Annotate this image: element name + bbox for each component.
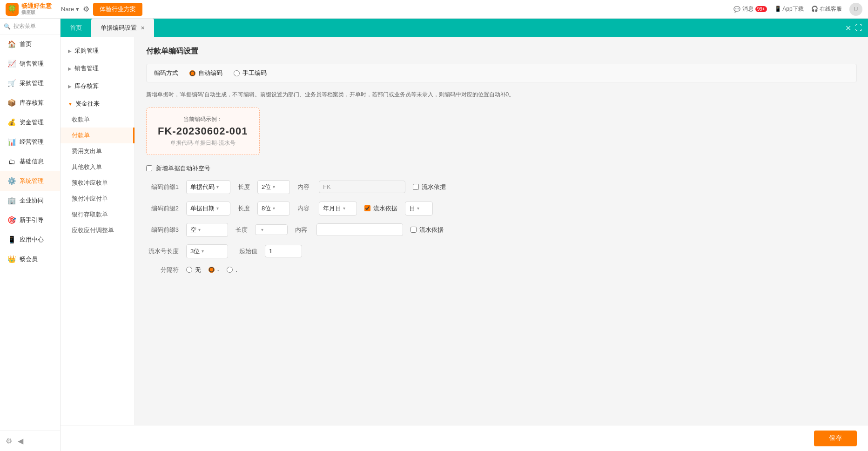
sidebar-item-sales[interactable]: 📈 销售管理 (0, 54, 60, 74)
tab-close-icon[interactable]: ✕ (141, 25, 145, 31)
sidebar-item-operation[interactable]: 📊 经营管理 (0, 132, 60, 152)
logo-icon: 🍀 (6, 3, 19, 16)
length2-label: 长度 (238, 204, 250, 213)
operation-icon: 📊 (7, 138, 16, 146)
enterprise-icon: 🏢 (7, 196, 16, 205)
serial-length-dropdown-arrow: ▾ (202, 249, 204, 254)
sep-none-radio[interactable]: 无 (186, 266, 201, 274)
main-content: 付款单编码设置 编码方式 自动编码 手工编码 新增单据时，'单据编码'自动生成 (135, 37, 868, 425)
example-code: FK-20230602-001 (158, 125, 248, 137)
sep-dot-radio[interactable]: - (209, 266, 219, 273)
sep-dot2-radio-input[interactable] (227, 267, 233, 273)
manual-encode-radio[interactable]: 手工编码 (234, 69, 267, 77)
prefix3-select[interactable]: 空 ▾ (186, 223, 228, 237)
sep-none-radio-input[interactable] (186, 267, 192, 273)
experience-btn[interactable]: 体验行业方案 (93, 3, 142, 16)
prefix2-select[interactable]: 单据日期 ▾ (186, 202, 230, 215)
auto-encode-radio[interactable]: 自动编码 (189, 69, 222, 77)
save-button[interactable]: 保存 (814, 431, 857, 446)
content1-label: 内容 (297, 183, 311, 191)
start-value-input[interactable] (265, 245, 302, 257)
length3-select[interactable]: ▾ (255, 224, 288, 235)
day-dropdown-arrow: ▾ (417, 206, 419, 211)
message-btn[interactable]: 💬 消息 99+ (733, 5, 767, 13)
separator-row: 分隔符 无 - . (146, 266, 857, 274)
sidebar-item-label: 资金管理 (20, 118, 44, 127)
sep-dot2-radio[interactable]: . (227, 266, 237, 273)
minimize-icon[interactable]: ✕ (845, 24, 851, 33)
sidebar-item-finance[interactable]: 💰 资金管理 (0, 113, 60, 132)
info-text: 新增单据时，'单据编码'自动生成，不可编辑。前缀设置为部门、业务员等档案类，开单… (146, 90, 857, 100)
maximize-icon[interactable]: ⛶ (855, 24, 862, 32)
sub-group-fund-title[interactable]: ▼ 资金往来 (61, 96, 135, 112)
serial3-checkbox[interactable] (410, 227, 417, 233)
auto-fill-checkbox[interactable] (146, 165, 152, 171)
collapse-arrow-icon: ▼ (68, 101, 73, 107)
collapse-sidebar-icon[interactable]: ◀ (18, 437, 23, 445)
sub-item-adjustment[interactable]: 应收应付调整单 (61, 222, 135, 238)
sub-item-expense[interactable]: 费用支出单 (61, 143, 135, 159)
sep-dot-radio-input[interactable] (209, 267, 215, 273)
serial1-checkbox[interactable] (413, 184, 419, 190)
sidebar-item-label: 库存核算 (20, 99, 44, 107)
sidebar-item-basic[interactable]: 🗂 基础信息 (0, 152, 60, 171)
brand: 🍀 畅通好生意 插座版 (6, 2, 52, 16)
tab-home[interactable]: 首页 (61, 19, 91, 37)
manual-encode-radio-input[interactable] (234, 70, 240, 76)
sidebar-item-enterprise[interactable]: 🏢 企业协同 (0, 191, 60, 210)
sub-item-bank[interactable]: 银行存取款单 (61, 207, 135, 222)
sidebar-item-label: 经营管理 (20, 138, 44, 146)
encoding-mode-row: 编码方式 自动编码 手工编码 (146, 64, 857, 82)
serial1-checkbox-item: 流水依据 (413, 183, 446, 191)
sep-dot-label: - (217, 266, 219, 273)
auto-encode-radio-input[interactable] (189, 70, 195, 76)
settings-bottom-icon[interactable]: ⚙ (6, 437, 12, 445)
sub-item-receipt[interactable]: 收款单 (61, 112, 135, 128)
length1-label: 长度 (238, 183, 250, 191)
prefix2-value: 单据日期 (190, 204, 215, 213)
top-bar: 🍀 畅通好生意 插座版 Nare ▾ ⚙ 体验行业方案 💬 消息 99+ 📱 A… (0, 0, 868, 19)
sub-group-sales-title[interactable]: ▶ 销售管理 (61, 61, 135, 76)
gear-icon[interactable]: ⚙ (83, 5, 89, 13)
tab-encoding-settings[interactable]: 单据编码设置 ✕ (91, 19, 154, 37)
sidebar-item-label: 基础信息 (20, 157, 44, 166)
expand-arrow-icon: ▶ (68, 66, 72, 71)
member-icon: 👑 (7, 255, 16, 263)
workspace-dropdown[interactable]: Nare ▾ (61, 6, 79, 13)
length3-dropdown-arrow: ▾ (261, 227, 263, 232)
serial2-checkbox[interactable] (364, 205, 370, 211)
serial-length-select[interactable]: 3位 ▾ (186, 244, 228, 258)
online-service-btn[interactable]: 🎧 在线客服 (811, 5, 842, 13)
prefix3-dropdown-arrow: ▾ (198, 227, 201, 232)
sub-item-payment[interactable]: 付款单 (61, 128, 135, 143)
prefix1-select[interactable]: 单据代码 ▾ (186, 180, 230, 194)
content2-select[interactable]: 年月日 ▾ (319, 202, 357, 215)
serial2-label: 流水依据 (373, 204, 397, 213)
app-download-btn[interactable]: 📱 App下载 (774, 5, 804, 13)
user-avatar[interactable]: U (849, 3, 862, 16)
sidebar-item-label: 采购管理 (20, 79, 44, 88)
search-menu-btn[interactable]: 🔍 搜索菜单 (0, 19, 60, 34)
length1-value: 2位 (262, 183, 271, 191)
sidebar-item-inventory[interactable]: 📦 库存核算 (0, 93, 60, 113)
sidebar-item-newbie[interactable]: 🎯 新手引导 (0, 210, 60, 230)
system-icon: ⚙️ (7, 177, 16, 185)
message-badge: 99+ (755, 6, 767, 12)
sidebar-item-system[interactable]: ⚙️ 系统管理 (0, 171, 60, 191)
sub-group-purchase-title[interactable]: ▶ 采购管理 (61, 43, 135, 59)
length1-select[interactable]: 2位 ▾ (257, 180, 290, 194)
sidebar-item-purchase[interactable]: 🛒 采购管理 (0, 74, 60, 93)
sidebar-item-appcenter[interactable]: 📱 应用中心 (0, 230, 60, 249)
prefix-row-3: 编码前缀3 空 ▾ 长度 ▾ 内容 流水依据 (146, 223, 857, 237)
sub-item-other-income[interactable]: 其他收入单 (61, 159, 135, 175)
sidebar-item-member[interactable]: 👑 畅会员 (0, 249, 60, 269)
sub-sidebar: ▶ 采购管理 ▶ 销售管理 ▶ 库存核算 (61, 37, 135, 425)
length2-select[interactable]: 8位 ▾ (257, 202, 290, 215)
example-desc: 单据代码-单据日期-流水号 (158, 139, 248, 147)
day-select[interactable]: 日 ▾ (405, 202, 433, 215)
sub-item-advance-payment[interactable]: 预付冲应付单 (61, 191, 135, 207)
sidebar-item-home[interactable]: 🏠 首页 (0, 34, 60, 54)
sub-item-advance-receipt[interactable]: 预收冲应收单 (61, 175, 135, 191)
sub-group-inventory-title[interactable]: ▶ 库存核算 (61, 78, 135, 94)
content3-input[interactable] (316, 223, 403, 236)
